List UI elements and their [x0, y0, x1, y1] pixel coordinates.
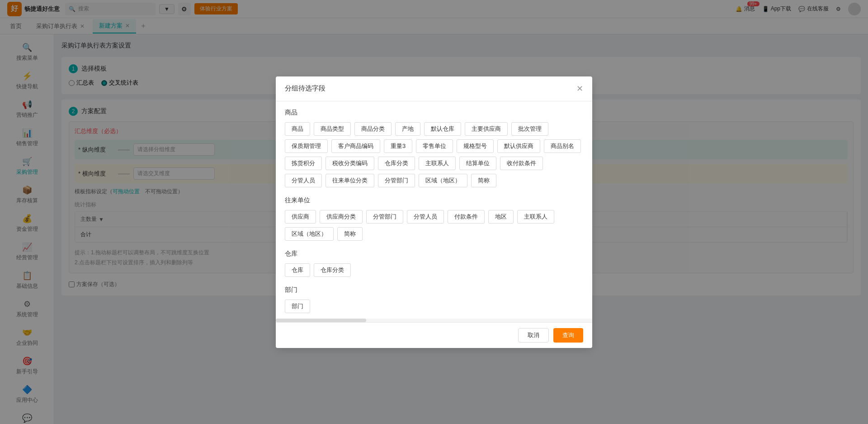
field-items-partner: 供应商 供应商分类 分管部门 分管人员 付款条件 地区 主联系人 区域（地区） … [285, 210, 583, 241]
field-item[interactable]: 结算单位 [459, 157, 496, 170]
field-item[interactable]: 主要供应商 [465, 122, 508, 136]
field-item[interactable]: 规格型号 [457, 139, 494, 153]
field-item[interactable]: 简称 [337, 227, 363, 241]
field-group-partner: 往来单位 供应商 供应商分类 分管部门 分管人员 付款条件 地区 主联系人 区域… [285, 196, 583, 241]
field-item[interactable]: 主联系人 [419, 157, 456, 170]
field-item[interactable]: 分管人员 [285, 174, 322, 187]
field-item[interactable]: 税收分类编码 [326, 157, 374, 170]
modal-confirm-btn[interactable]: 查询 [553, 328, 583, 343]
field-item[interactable]: 商品类型 [314, 122, 351, 136]
modal-scrollbar[interactable] [276, 319, 592, 322]
field-item[interactable]: 保质期管理 [285, 139, 328, 153]
field-item[interactable]: 往来单位分类 [326, 174, 374, 187]
field-group-goods: 商品 商品 商品类型 商品分类 产地 默认仓库 主要供应商 批次管理 保质期管理… [285, 109, 583, 187]
field-item[interactable]: 商品 [285, 122, 310, 136]
field-item[interactable]: 分管部门 [366, 210, 403, 224]
field-item[interactable]: 默认仓库 [424, 122, 461, 136]
modal-footer: 取消 查询 [276, 322, 592, 348]
modal-close-btn[interactable]: ✕ [576, 84, 583, 94]
field-item[interactable]: 客户商品编码 [331, 139, 380, 153]
field-item[interactable]: 分管部门 [378, 174, 415, 187]
field-item[interactable]: 分管人员 [407, 210, 444, 224]
modal: 分组待选字段 ✕ 商品 商品 商品类型 商品分类 产地 默认仓库 主要供应商 批… [276, 76, 592, 348]
field-item[interactable]: 零售单位 [416, 139, 453, 153]
field-item[interactable]: 仓库分类 [378, 157, 415, 170]
field-group-department: 部门 部门 [285, 286, 583, 313]
field-items-department: 部门 [285, 300, 583, 313]
field-group-warehouse-title: 仓库 [285, 250, 583, 258]
field-item[interactable]: 产地 [395, 122, 420, 136]
field-group-department-title: 部门 [285, 286, 583, 294]
field-group-goods-title: 商品 [285, 109, 583, 117]
field-item[interactable]: 供应商分类 [320, 210, 363, 224]
field-group-partner-title: 往来单位 [285, 196, 583, 205]
field-item[interactable]: 默认供应商 [497, 139, 540, 153]
field-item[interactable]: 商品别名 [544, 139, 581, 153]
modal-header: 分组待选字段 ✕ [276, 76, 592, 101]
field-item[interactable]: 付款条件 [448, 210, 485, 224]
field-item[interactable]: 地区 [488, 210, 514, 224]
field-item[interactable]: 仓库 [285, 263, 310, 277]
field-item[interactable]: 仓库分类 [314, 263, 351, 277]
field-group-warehouse: 仓库 仓库 仓库分类 [285, 250, 583, 277]
scrollbar-thumb[interactable] [276, 319, 366, 322]
modal-cancel-btn[interactable]: 取消 [518, 328, 549, 343]
field-item[interactable]: 简称 [471, 174, 496, 187]
field-item[interactable]: 重量3 [384, 139, 412, 153]
field-item[interactable]: 拣货积分 [285, 157, 322, 170]
field-item[interactable]: 商品分类 [354, 122, 392, 136]
field-item[interactable]: 收付款条件 [500, 157, 543, 170]
modal-overlay: 分组待选字段 ✕ 商品 商品 商品类型 商品分类 产地 默认仓库 主要供应商 批… [0, 0, 868, 424]
field-item[interactable]: 供应商 [285, 210, 316, 224]
field-items-goods: 商品 商品类型 商品分类 产地 默认仓库 主要供应商 批次管理 保质期管理 客户… [285, 122, 583, 187]
field-item[interactable]: 区域（地区） [419, 174, 467, 187]
field-item[interactable]: 主联系人 [517, 210, 554, 224]
field-item[interactable]: 批次管理 [511, 122, 548, 136]
field-item[interactable]: 部门 [285, 300, 310, 313]
field-item[interactable]: 区域（地区） [285, 227, 334, 241]
modal-title: 分组待选字段 [285, 84, 326, 93]
modal-body[interactable]: 商品 商品 商品类型 商品分类 产地 默认仓库 主要供应商 批次管理 保质期管理… [276, 101, 592, 319]
field-items-warehouse: 仓库 仓库分类 [285, 263, 583, 277]
scrollbar-track [276, 319, 592, 322]
